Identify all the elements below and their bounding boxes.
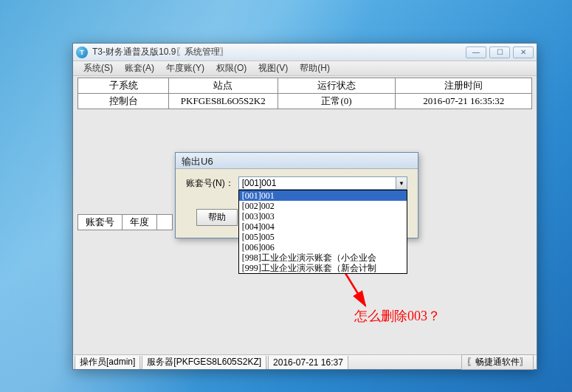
app-icon: T	[76, 47, 88, 58]
titlebar: T T3-财务通普及版10.9〖系统管理〗 — ☐ ✕	[73, 44, 537, 61]
option-005[interactable]: [005]005	[239, 232, 407, 242]
cell-subsystem: 控制台	[78, 94, 169, 109]
cell-site: PKFGES8L6O5S2K2	[169, 94, 278, 109]
close-button[interactable]: ✕	[513, 47, 534, 58]
session-table: 子系统 站点 运行状态 注册时间 控制台 PKFGES8L6O5S2K2 正常(…	[77, 78, 532, 109]
sub-col-account: 账套号	[78, 215, 123, 230]
minimize-button[interactable]: —	[466, 47, 486, 58]
combo-dropdown: [001]001 [002]002 [003]003 [004]004 [005…	[238, 190, 407, 274]
option-002[interactable]: [002]002	[239, 201, 407, 211]
sub-table: 账套号 年度	[77, 214, 173, 230]
maximize-button[interactable]: ☐	[489, 47, 510, 58]
help-button[interactable]: 帮助	[196, 209, 238, 226]
menu-account-set[interactable]: 账套(A)	[119, 61, 160, 76]
status-operator: 操作员[admin]	[75, 356, 140, 369]
window-title: T3-财务通普及版10.9〖系统管理〗	[92, 46, 466, 58]
option-004[interactable]: [004]004	[239, 221, 407, 232]
option-006[interactable]: [006]006	[239, 242, 407, 252]
col-reg-time: 注册时间	[396, 78, 532, 94]
menu-view[interactable]: 视图(V)	[252, 61, 294, 76]
chevron-down-icon[interactable]: ▼	[396, 176, 407, 190]
combo-value: [001]001	[238, 176, 407, 190]
status-datetime: 2016-07-21 16:37	[268, 356, 348, 369]
cell-status: 正常(0)	[278, 94, 396, 109]
col-site: 站点	[169, 78, 278, 94]
menu-permission[interactable]: 权限(O)	[210, 61, 252, 76]
status-server: 服务器[PKFGES8L605S2KZ]	[142, 356, 266, 369]
sub-col-year: 年度	[123, 215, 157, 230]
cell-reg-time: 2016-07-21 16:35:32	[396, 94, 532, 109]
account-combo[interactable]: [001]001 ▼ [001]001 [002]002 [003]003 [0…	[238, 176, 407, 190]
option-001[interactable]: [001]001	[239, 190, 407, 201]
dialog-title: 输出U6	[176, 153, 418, 169]
col-status: 运行状态	[278, 78, 396, 94]
annotation-text: 怎么删除003？	[354, 307, 441, 325]
status-brand: 〖畅捷通软件〗	[461, 354, 534, 370]
output-dialog: 输出U6 账套号(N)： [001]001 ▼ [001]001 [002]00…	[175, 152, 418, 238]
menu-system[interactable]: 系统(S)	[77, 61, 119, 76]
col-subsystem: 子系统	[78, 78, 169, 94]
statusbar: 操作员[admin] 服务器[PKFGES8L605S2KZ] 2016-07-…	[73, 354, 537, 369]
option-003[interactable]: [003]003	[239, 211, 407, 221]
menu-help[interactable]: 帮助(H)	[294, 61, 336, 76]
account-label: 账套号(N)：	[186, 177, 234, 190]
option-999[interactable]: [999]工业企业演示账套（新会计制	[239, 263, 407, 273]
table-row[interactable]: 控制台 PKFGES8L6O5S2K2 正常(0) 2016-07-21 16:…	[78, 94, 532, 109]
option-998[interactable]: [998]工业企业演示账套（小企业会	[239, 252, 407, 263]
menubar: 系统(S) 账套(A) 年度账(Y) 权限(O) 视图(V) 帮助(H)	[73, 61, 537, 76]
menu-year-account[interactable]: 年度账(Y)	[160, 61, 210, 76]
